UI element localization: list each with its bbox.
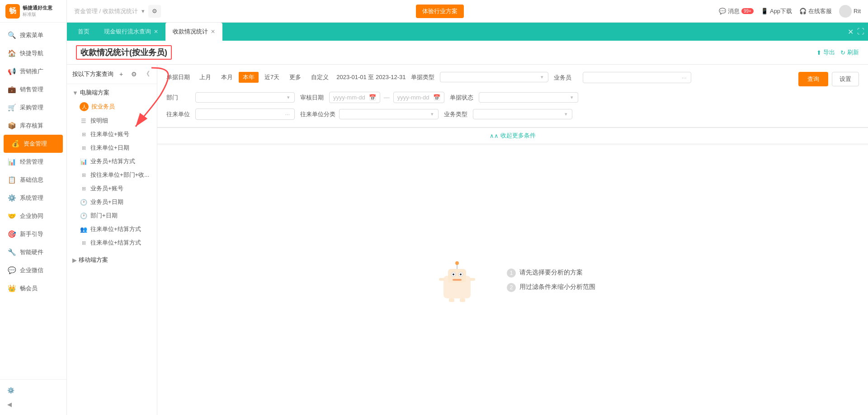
grid-icon5: ⊞ bbox=[80, 239, 88, 247]
sidebar-item-finance[interactable]: 💰 资金管理 bbox=[4, 135, 63, 153]
sidebar-item-inventory[interactable]: 📦 库存核算 bbox=[0, 117, 66, 135]
scheme-item-counterparty-dept-collect[interactable]: ⊞ 按往来单位+部门+收... bbox=[67, 168, 157, 182]
message-btn[interactable]: 💬 消息 99+ bbox=[719, 7, 754, 15]
left-panel-title: 按以下方案查询 bbox=[72, 70, 113, 78]
clock-icon2: 🕐 bbox=[80, 212, 88, 220]
tab-home[interactable]: 首页 bbox=[71, 23, 97, 41]
scheme-item-salesperson[interactable]: 人 按业务员 bbox=[67, 99, 157, 114]
sidebar-item-enterprise[interactable]: 🤝 企业协同 bbox=[0, 207, 66, 225]
review-date-end-placeholder: yyyy-mm-dd bbox=[397, 94, 429, 101]
scheme-item-label: 往来单位+账号 bbox=[90, 130, 129, 138]
date-range-separator: — bbox=[384, 94, 390, 101]
sidebar-item-basic-info[interactable]: 📋 基础信息 bbox=[0, 171, 66, 189]
add-scheme-btn[interactable]: + bbox=[116, 69, 126, 79]
sidebar-item-hardware[interactable]: 🔧 智能硬件 bbox=[0, 243, 66, 261]
download-icon: 📱 bbox=[761, 8, 768, 14]
app-download-btn[interactable]: 📱 App下载 bbox=[761, 7, 792, 15]
biz-type-select[interactable]: ▾ bbox=[473, 109, 572, 119]
sidebar-settings-btn[interactable]: ⚙️ bbox=[0, 383, 66, 397]
message-badge: 99+ bbox=[741, 8, 754, 14]
sidebar-item-sales[interactable]: 💼 销售管理 bbox=[0, 80, 66, 99]
date-tab-this-month[interactable]: 本月 bbox=[217, 72, 237, 83]
online-service-label: 在线客服 bbox=[808, 7, 832, 15]
svg-rect-10 bbox=[460, 298, 465, 302]
topbar: 资金管理 / 收款情况统计 ▾ ⚙ 体验行业方案 💬 消息 99+ 📱 App下… bbox=[67, 0, 868, 23]
counterparty-type-select[interactable]: ▾ bbox=[339, 109, 439, 119]
collapse-up-icon: ∧∧ bbox=[490, 132, 499, 139]
tip-number-2: 2 bbox=[507, 283, 516, 292]
scheme-item-label: 业务员+账号 bbox=[90, 184, 123, 193]
tab-bank-flow-label: 现金银行流水查询 bbox=[104, 28, 151, 36]
counterparty-more-btn[interactable]: ··· bbox=[285, 111, 290, 118]
collapse-panel-btn[interactable]: 《 bbox=[142, 69, 151, 79]
review-date-end[interactable]: yyyy-mm-dd 📅 bbox=[393, 92, 444, 103]
scheme-item-dept-date[interactable]: 🕐 部门+日期 bbox=[67, 209, 157, 222]
export-icon: ⬆ bbox=[816, 49, 821, 56]
tab-close-all-btn[interactable]: ✕ bbox=[848, 28, 854, 36]
sidebar-item-label: 畅会员 bbox=[20, 284, 38, 292]
online-service-btn[interactable]: 🎧 在线客服 bbox=[799, 7, 832, 15]
collapse-more-btn[interactable]: ∧∧ 收起更多条件 bbox=[157, 127, 868, 143]
review-date-start[interactable]: yyyy-mm-dd 📅 bbox=[329, 92, 380, 103]
salesperson-select[interactable]: ··· bbox=[583, 72, 691, 83]
doc-status-select[interactable]: ▾ bbox=[479, 92, 578, 103]
query-btn[interactable]: 查询 bbox=[798, 72, 828, 86]
tab-bank-flow-close[interactable]: ✕ bbox=[154, 28, 158, 35]
scheme-item-counterparty-settle2[interactable]: ⊞ 往来单位+结算方式 bbox=[67, 236, 157, 250]
sidebar-item-label: 营销推广 bbox=[20, 67, 43, 75]
sidebar-item-system[interactable]: ⚙️ 系统管理 bbox=[0, 189, 66, 207]
scheme-item-counterparty-settle1[interactable]: 👥 往来单位+结算方式 bbox=[67, 222, 157, 236]
scheme-item-salesperson-account[interactable]: ⊞ 业务员+账号 bbox=[67, 182, 157, 195]
sidebar-item-quick-nav[interactable]: 🏠 快捷导航 bbox=[0, 44, 66, 62]
scheme-item-salesperson-settle[interactable]: 📊 业务员+结算方式 bbox=[67, 155, 157, 168]
doc-type-dropdown-icon: ▾ bbox=[541, 74, 543, 80]
salesperson-more-icon: ··· bbox=[682, 74, 687, 81]
tab-bank-flow[interactable]: 现金银行流水查询 ✕ bbox=[97, 23, 165, 41]
empty-robot-illustration bbox=[430, 253, 484, 307]
tab-collection-stats-close[interactable]: ✕ bbox=[211, 28, 215, 35]
left-panel-header: 按以下方案查询 + ⚙ 《 bbox=[67, 65, 157, 84]
trial-btn[interactable]: 体验行业方案 bbox=[416, 5, 464, 18]
export-label: 导出 bbox=[823, 48, 835, 57]
scheme-item-salesperson-date[interactable]: 🕐 业务员+日期 bbox=[67, 195, 157, 209]
sidebar-item-label: 企业协同 bbox=[20, 212, 43, 220]
date-tab-last-7days[interactable]: 近7天 bbox=[260, 72, 283, 83]
main-area: 资金管理 / 收款情况统计 ▾ ⚙ 体验行业方案 💬 消息 99+ 📱 App下… bbox=[67, 0, 868, 415]
doc-type-select[interactable]: ▾ bbox=[440, 72, 548, 82]
topbar-dropdown-icon[interactable]: ▾ bbox=[142, 8, 145, 14]
date-tab-this-year[interactable]: 本年 bbox=[239, 72, 259, 83]
enterprise-icon: 🤝 bbox=[7, 212, 16, 221]
date-tab-custom[interactable]: 自定义 bbox=[307, 72, 333, 83]
counterparty-select[interactable]: ··· bbox=[195, 108, 295, 120]
date-tab-last-month[interactable]: 上月 bbox=[195, 72, 215, 83]
scheme-section-desktop-header[interactable]: ▼ 电脑端方案 bbox=[67, 86, 157, 99]
topbar-gear-btn[interactable]: ⚙ bbox=[148, 5, 161, 18]
calendar-icon: 📅 bbox=[369, 94, 376, 101]
clock-icon: 🕐 bbox=[80, 198, 88, 206]
sidebar-item-wechat[interactable]: 💬 企业微信 bbox=[0, 261, 66, 279]
export-btn[interactable]: ⬆ 导出 bbox=[816, 48, 835, 57]
scheme-section-mobile-header[interactable]: ▶ 移动端方案 bbox=[67, 253, 157, 267]
scheme-item-detail[interactable]: ☰ 按明细 bbox=[67, 114, 157, 127]
filter-settings-btn[interactable]: 设置 bbox=[832, 72, 859, 86]
sidebar-item-search[interactable]: 🔍 搜索菜单 bbox=[0, 26, 66, 44]
tab-maximize-btn[interactable]: ⛶ bbox=[857, 28, 864, 36]
user-avatar-btn[interactable]: Rit bbox=[839, 5, 861, 18]
sidebar: 畅 畅捷通好生意 标准版 🔍 搜索菜单 🏠 快捷导航 📢 营销推广 💼 销售管理… bbox=[0, 0, 67, 415]
sidebar-item-marketing[interactable]: 📢 营销推广 bbox=[0, 62, 66, 80]
tab-collection-stats[interactable]: 收款情况统计 ✕ bbox=[165, 23, 222, 41]
scheme-item-counterparty-account[interactable]: ⊞ 往来单位+账号 bbox=[67, 127, 157, 141]
sidebar-item-guide[interactable]: 🎯 新手引导 bbox=[0, 225, 66, 243]
sidebar-collapse-btn[interactable]: ◀ bbox=[0, 397, 66, 411]
counterparty-type-dropdown-icon: ▾ bbox=[431, 111, 434, 117]
refresh-btn[interactable]: ↻ 刷新 bbox=[840, 48, 859, 57]
sidebar-item-purchase[interactable]: 🛒 采购管理 bbox=[0, 99, 66, 117]
doc-status-dropdown-icon: ▾ bbox=[571, 94, 573, 100]
scheme-item-counterparty-date[interactable]: ⊞ 往来单位+日期 bbox=[67, 141, 157, 155]
topbar-right: 💬 消息 99+ 📱 App下载 🎧 在线客服 Rit bbox=[719, 5, 861, 18]
date-tab-more[interactable]: 更多 bbox=[285, 72, 305, 83]
scheme-settings-btn[interactable]: ⚙ bbox=[129, 69, 139, 79]
sidebar-item-operations[interactable]: 📊 经营管理 bbox=[0, 153, 66, 171]
sidebar-item-member[interactable]: 👑 畅会员 bbox=[0, 279, 66, 297]
dept-select[interactable]: ▾ bbox=[195, 92, 295, 103]
